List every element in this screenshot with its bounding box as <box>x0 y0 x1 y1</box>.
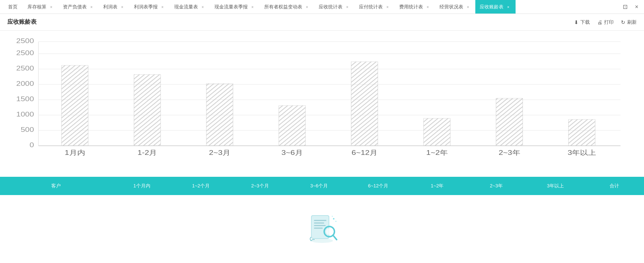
svg-text:6~12月: 6~12月 <box>352 149 378 156</box>
header-actions: ⬇ 下载 🖨 打印 ↻ 刷新 <box>574 19 637 26</box>
tab-balance-close[interactable]: × <box>89 4 94 9</box>
tab-operation[interactable]: 经营状况表 × <box>435 0 475 14</box>
svg-rect-41 <box>314 225 326 226</box>
refresh-button[interactable]: ↻ 刷新 <box>621 19 637 26</box>
tab-profit-quarterly-close[interactable]: × <box>160 4 165 9</box>
download-button[interactable]: ⬇ 下载 <box>574 19 590 26</box>
tab-expense-stats-close[interactable]: × <box>425 4 430 9</box>
th-1-2months: 1~2个月 <box>171 177 230 195</box>
tab-cashflow-quarterly[interactable]: 现金流量表季报 × <box>210 0 260 14</box>
tab-bar: 首页 库存核算 × 资产负债表 × 利润表 × 利润表季报 × 现金流量表 × … <box>0 0 644 14</box>
window-close-button[interactable]: × <box>632 3 641 11</box>
print-icon: 🖨 <box>597 19 602 25</box>
th-6-12months-label: 6~12个月 <box>368 183 388 189</box>
svg-rect-40 <box>314 222 324 224</box>
refresh-label: 刷新 <box>627 19 637 26</box>
th-1-2years-label: 1~2年 <box>431 183 443 189</box>
tab-equity[interactable]: 所有者权益变动表 × <box>260 0 314 14</box>
tab-bar-actions: ⊡ × <box>616 3 641 11</box>
tab-ap-stats-label: 应付统计表 <box>359 4 383 10</box>
download-label: 下载 <box>580 19 590 26</box>
svg-rect-20 <box>134 75 161 146</box>
svg-text:1000: 1000 <box>16 111 34 118</box>
chart-area: 0 500 1000 1500 2000 2500 2500 2500 <box>0 31 644 177</box>
th-total-label: 合计 <box>610 183 619 189</box>
th-customer-label: 客户 <box>51 183 61 189</box>
refresh-icon: ↻ <box>621 19 625 25</box>
svg-line-45 <box>333 235 337 240</box>
th-1-2months-label: 1~2个月 <box>192 183 210 189</box>
download-icon: ⬇ <box>574 19 579 25</box>
tab-ap-stats-close[interactable]: × <box>385 4 390 9</box>
print-button[interactable]: 🖨 打印 <box>597 19 614 26</box>
svg-rect-25 <box>496 98 523 146</box>
print-label: 打印 <box>604 19 614 26</box>
tab-ar-aging[interactable]: 应收账龄表 × <box>475 0 516 14</box>
svg-point-44 <box>326 228 333 235</box>
svg-text:2500: 2500 <box>16 49 34 57</box>
th-customer: 客户 <box>0 177 112 195</box>
th-total: 合计 <box>585 177 644 195</box>
th-3plus-years: 3年以上 <box>526 177 585 195</box>
svg-text:1月内: 1月内 <box>65 149 85 156</box>
svg-text:2000: 2000 <box>16 80 34 87</box>
svg-point-48 <box>332 216 333 217</box>
th-3-6months-label: 3~6个月 <box>310 183 328 189</box>
tab-cashflow-quarterly-close[interactable]: × <box>250 4 255 9</box>
th-2-3years-label: 2~3年 <box>490 183 503 189</box>
svg-rect-42 <box>314 228 323 229</box>
tab-profit-close[interactable]: × <box>120 4 125 9</box>
tab-equity-label: 所有者权益变动表 <box>264 4 302 10</box>
th-6-12months: 6~12个月 <box>349 177 408 195</box>
page-header: 应收账龄表 ⬇ 下载 🖨 打印 ↻ 刷新 <box>0 14 644 31</box>
tab-ar-aging-label: 应收账龄表 <box>480 4 503 10</box>
tab-operation-label: 经营状况表 <box>439 4 463 10</box>
tab-balance[interactable]: 资产负债表 × <box>59 0 99 14</box>
tab-profit-quarterly[interactable]: 利润表季报 × <box>130 0 170 14</box>
tab-operation-close[interactable]: × <box>465 4 471 9</box>
tab-equity-close[interactable]: × <box>304 4 310 9</box>
svg-rect-23 <box>351 62 378 146</box>
svg-text:0: 0 <box>30 141 34 149</box>
svg-rect-24 <box>424 118 450 146</box>
svg-text:1500: 1500 <box>16 95 34 103</box>
tab-cashflow[interactable]: 现金流量表 × <box>170 0 210 14</box>
svg-rect-39 <box>314 220 326 221</box>
tab-home[interactable]: 首页 <box>3 0 23 14</box>
svg-point-47 <box>336 221 337 222</box>
svg-rect-26 <box>569 119 595 146</box>
svg-rect-22 <box>279 106 306 146</box>
svg-text:3年以上: 3年以上 <box>568 149 596 156</box>
tab-home-label: 首页 <box>8 4 18 10</box>
empty-area <box>0 195 644 263</box>
th-3-6months: 3~6个月 <box>289 177 348 195</box>
th-1month: 1个月内 <box>112 177 171 195</box>
svg-text:3~6月: 3~6月 <box>281 149 303 156</box>
th-2-3months: 2~3个月 <box>231 177 289 195</box>
svg-text:2500: 2500 <box>16 65 34 72</box>
svg-text:500: 500 <box>20 126 34 133</box>
tab-profit[interactable]: 利润表 × <box>99 0 130 14</box>
svg-text:1-2月: 1-2月 <box>138 149 157 156</box>
svg-point-46 <box>333 218 334 220</box>
tab-cashflow-close[interactable]: × <box>200 4 205 9</box>
tab-ar-aging-close[interactable]: × <box>506 4 511 9</box>
tab-expense-stats-label: 费用统计表 <box>399 4 423 10</box>
tab-ap-stats[interactable]: 应付统计表 × <box>355 0 395 14</box>
th-1-2years: 1~2年 <box>408 177 467 195</box>
tab-profit-label: 利润表 <box>103 4 117 10</box>
window-restore-button[interactable]: ⊡ <box>621 3 629 11</box>
tab-cashflow-label: 现金流量表 <box>174 4 198 10</box>
tab-inventory-label: 库存核算 <box>27 4 46 10</box>
content-wrapper: 0 500 1000 1500 2000 2500 2500 2500 <box>0 31 644 263</box>
tab-expense-stats[interactable]: 费用统计表 × <box>395 0 435 14</box>
page-title: 应收账龄表 <box>7 18 37 26</box>
tab-inventory-close[interactable]: × <box>49 4 54 9</box>
svg-text:2500: 2500 <box>16 38 34 45</box>
tab-inventory[interactable]: 库存核算 × <box>23 0 59 14</box>
tab-profit-quarterly-label: 利润表季报 <box>134 4 158 10</box>
svg-text:2~3月: 2~3月 <box>209 149 231 156</box>
tab-ar-stats-close[interactable]: × <box>345 4 350 9</box>
tab-ar-stats[interactable]: 应收统计表 × <box>314 0 355 14</box>
svg-rect-21 <box>206 84 233 146</box>
